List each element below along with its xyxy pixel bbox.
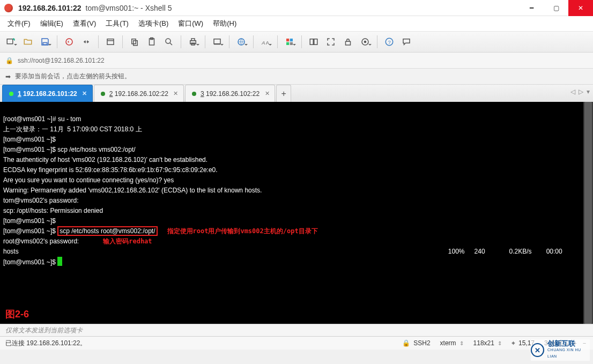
toolbar-sep — [57, 35, 57, 48]
session-tab-3[interactable]: 3 192.168.26.102:22 ✕ — [185, 85, 275, 102]
menu-tools[interactable]: 工具(T) — [101, 17, 133, 31]
tab-prev-icon[interactable]: ◁ — [570, 88, 575, 95]
disconnect-icon[interactable] — [79, 34, 94, 49]
find-icon[interactable] — [161, 34, 176, 49]
hint-bar: ➡ 要添加当前会话，点击左侧的箭头按钮。 — [0, 69, 593, 85]
menu-file[interactable]: 文件(F) — [3, 17, 35, 31]
svg-rect-21 — [314, 39, 317, 45]
open-icon[interactable] — [20, 34, 35, 49]
font-icon[interactable]: AA — [258, 34, 273, 49]
svg-text:A: A — [266, 40, 269, 46]
terminal-line: [tom@vms001 ~]$ scp /etc/hosts vms002:/o… — [3, 146, 136, 153]
tab-index: 3 — [201, 90, 204, 98]
toolbar: AA ? — [0, 31, 593, 53]
terminal-prompt: [tom@vms001 ~]$ — [3, 258, 57, 266]
paste-icon[interactable] — [144, 34, 159, 49]
send-target-hint[interactable]: 仅将文本发送到当前选项卡 — [0, 324, 593, 337]
chevron-updown-icon: ⇕ — [498, 340, 502, 346]
status-dot-icon — [9, 92, 13, 96]
terminal-line: scp: /opt//hosts: Permission denied — [3, 207, 103, 214]
lock-icon[interactable] — [340, 34, 355, 49]
feedback-icon[interactable] — [399, 34, 414, 49]
properties-icon[interactable] — [103, 34, 118, 49]
menu-window[interactable]: 窗口(W) — [174, 17, 207, 31]
tab-next-icon[interactable]: ▷ — [579, 88, 583, 95]
toolbar-sep — [205, 35, 205, 48]
svg-rect-20 — [310, 39, 313, 45]
address-url[interactable]: ssh://root@192.168.26.101:22 — [18, 57, 105, 64]
session-tab-2[interactable]: 2 192.168.26.102:22 ✕ — [94, 85, 184, 102]
menu-help[interactable]: 帮助(H) — [209, 17, 241, 31]
terminal[interactable]: [root@vms001 ~]# su - tom 上一次登录：一 11月 5 … — [0, 102, 593, 324]
svg-rect-12 — [214, 39, 220, 44]
copy-icon[interactable] — [127, 34, 142, 49]
svg-text:?: ? — [388, 40, 391, 45]
menu-view[interactable]: 查看(V) — [69, 17, 100, 31]
save-icon[interactable] — [38, 34, 53, 49]
svg-rect-17 — [290, 39, 293, 41]
tab-close-icon[interactable]: ✕ — [173, 90, 179, 96]
fullscreen-icon[interactable] — [323, 34, 338, 49]
toolbar-sep — [277, 35, 278, 48]
transfer-size: 240 — [475, 248, 485, 255]
tab-list-icon[interactable]: ▾ — [587, 88, 590, 95]
add-tab-button[interactable]: + — [276, 85, 291, 102]
bookmark-icon[interactable] — [306, 34, 321, 49]
help-icon[interactable]: ? — [382, 34, 397, 49]
tab-close-icon[interactable]: ✕ — [264, 90, 270, 96]
terminal-line: The authenticity of host 'vms002 (192.16… — [3, 156, 207, 164]
toolbar-sep — [229, 35, 229, 48]
svg-rect-18 — [286, 42, 289, 45]
print-icon[interactable] — [186, 34, 201, 49]
terminal-scrollbar[interactable] — [583, 102, 593, 324]
terminal-line: [root@vms001 ~]# su - tom — [3, 115, 81, 123]
minimize-button[interactable]: ━ — [519, 0, 544, 16]
browse-icon[interactable] — [210, 34, 225, 49]
svg-rect-3 — [107, 39, 114, 45]
status-dot-icon — [192, 92, 196, 96]
watermark-logo-icon: ✕ — [531, 343, 544, 357]
scrollbar-thumb[interactable] — [584, 102, 592, 324]
reconnect-icon[interactable] — [62, 34, 77, 49]
svg-point-24 — [364, 41, 367, 43]
terminal-line: tom@vms002's password: — [3, 197, 79, 204]
session-tab-1[interactable]: 1 192.168.26.101:22 ✕ — [2, 85, 93, 102]
toolbar-sep — [301, 35, 302, 48]
tab-close-icon[interactable]: ✕ — [81, 90, 88, 96]
highlighted-command: scp /etc/hosts root@vms002:/opt/ — [57, 226, 157, 236]
svg-rect-22 — [346, 41, 351, 45]
terminal-line: ECDSA key fingerprint is 52:69:ce:88:35:… — [3, 166, 218, 174]
tab-label: 192.168.26.102:22 — [115, 90, 168, 98]
status-term[interactable]: xterm⇕ — [440, 339, 464, 347]
tab-index: 2 — [109, 90, 113, 98]
svg-text:A: A — [261, 40, 265, 46]
addressbar-lock-icon: 🔒 — [5, 57, 13, 64]
status-ssh: 🔒SSH2 — [402, 339, 430, 347]
tabbar: 1 192.168.26.101:22 ✕ 2 192.168.26.102:2… — [0, 85, 593, 102]
status-connected: 已连接 192.168.26.101:22。 — [5, 339, 86, 348]
addressbar: 🔒 ssh://root@192.168.26.101:22 — [0, 53, 593, 69]
svg-rect-0 — [7, 39, 13, 44]
new-session-icon[interactable] — [3, 34, 18, 49]
terminal-line: [tom@vms001 ~]$ — [3, 136, 56, 143]
transfer-file: hosts — [3, 248, 19, 255]
toolbar-sep — [98, 35, 99, 48]
menu-tab[interactable]: 选项卡(B) — [134, 17, 173, 31]
status-size[interactable]: 118x21⇕ — [473, 339, 502, 347]
svg-rect-16 — [286, 39, 289, 41]
svg-rect-19 — [290, 42, 293, 45]
svg-point-8 — [166, 39, 171, 43]
title-host: 192.168.26.101:22 — [18, 4, 81, 12]
hint-text: 要添加当前会话，点击左侧的箭头按钮。 — [15, 72, 131, 81]
transparency-icon[interactable] — [358, 34, 373, 49]
close-button[interactable]: ✕ — [568, 0, 593, 16]
maximize-button[interactable]: ▢ — [544, 0, 568, 16]
statusbar: 已连接 192.168.26.101:22。 🔒SSH2 xterm⇕ 118x… — [0, 337, 593, 350]
arrow-right-icon[interactable]: ➡ — [5, 73, 11, 80]
color-scheme-icon[interactable] — [282, 34, 297, 49]
menu-edit[interactable]: 编辑(E) — [36, 17, 68, 31]
tab-index: 1 — [18, 90, 21, 98]
terminal-prompt: [tom@vms001 ~]$ — [3, 227, 57, 235]
cursor — [57, 257, 62, 266]
language-icon[interactable] — [234, 34, 249, 49]
